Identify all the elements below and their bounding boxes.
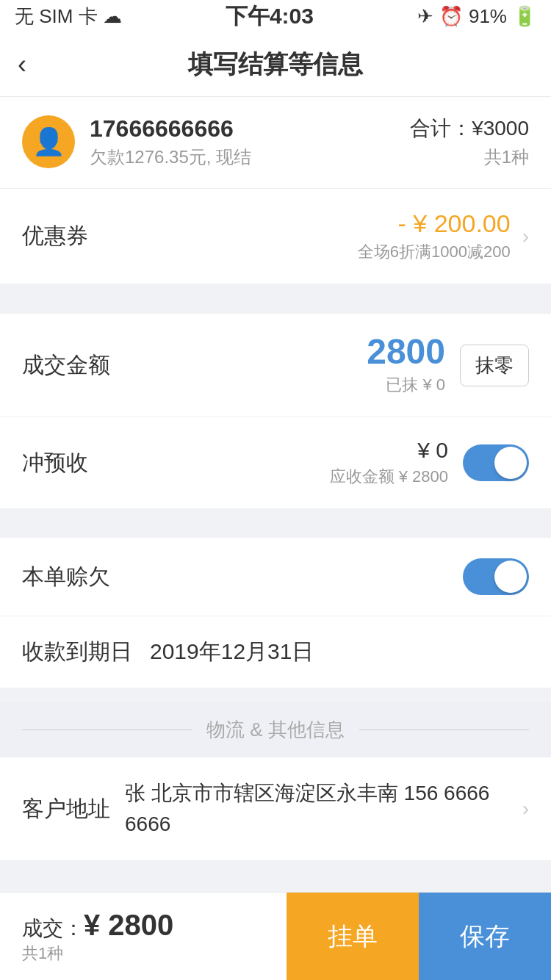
charge-right: ¥ 0 应收金额 ¥ 2800 <box>330 438 529 488</box>
address-row[interactable]: 客户地址 张 北京市市辖区海淀区永丰南 156 6666 6666 › <box>0 757 551 860</box>
charge-toggle[interactable] <box>463 444 529 481</box>
bottom-deal-label: 成交： <box>22 917 84 940</box>
logistics-label: 物流 & 其他信息 <box>206 717 345 743</box>
total-count: 共1种 <box>410 145 529 169</box>
credit-toggle[interactable] <box>463 558 529 595</box>
deal-amount-sub: 已抹 ¥ 0 <box>367 374 445 396</box>
content-area: 👤 17666666666 欠款1276.35元, 现结 合计：¥3000 共1… <box>0 97 551 980</box>
deal-amount-row: 成交金额 2800 已抹 ¥ 0 抹零 <box>0 313 551 417</box>
avatar: 👤 <box>22 115 75 168</box>
credit-label: 本单赊欠 <box>22 562 110 592</box>
bottom-info: 成交：¥ 2800 共1种 <box>0 909 287 965</box>
customer-info: 17666666666 欠款1276.35元, 现结 <box>90 115 251 169</box>
deal-amount-label: 成交金额 <box>22 350 110 381</box>
coupon-label: 优惠券 <box>22 221 88 251</box>
customer-row: 👤 17666666666 欠款1276.35元, 现结 合计：¥3000 共1… <box>0 97 551 187</box>
address-card[interactable]: 客户地址 张 北京市市辖区海淀区永丰南 156 6666 6666 › <box>0 757 551 860</box>
charge-amount: ¥ 0 <box>330 438 448 463</box>
credit-card: 本单赊欠 收款到期日 2019年12月31日 <box>0 538 551 688</box>
deal-amount-value-block: 2800 已抹 ¥ 0 <box>367 334 445 396</box>
status-bar: 无 SIM 卡 ☁ 下午4:03 ✈ ⏰ 91% 🔋 <box>0 0 551 32</box>
address-value: 张 北京市市辖区海淀区永丰南 156 6666 6666 <box>125 778 522 840</box>
page-title: 填写结算等信息 <box>188 48 363 82</box>
deal-amount-card: 成交金额 2800 已抹 ¥ 0 抹零 冲预收 ¥ 0 应收金额 ¥ 2800 <box>0 313 551 508</box>
customer-right: 合计：¥3000 共1种 <box>410 115 529 169</box>
alarm-icon: ⏰ <box>439 5 463 28</box>
status-right: ✈ ⏰ 91% 🔋 <box>417 5 536 28</box>
due-date-row: 收款到期日 2019年12月31日 <box>0 616 551 688</box>
back-button[interactable]: ‹ <box>18 49 26 80</box>
credit-row: 本单赊欠 <box>0 538 551 616</box>
address-label: 客户地址 <box>22 794 110 824</box>
battery-label: 91% <box>469 5 507 28</box>
logistics-section-divider: 物流 & 其他信息 <box>0 702 551 757</box>
due-date-label: 收款到期日 <box>22 637 132 667</box>
address-chevron-right-icon: › <box>522 797 529 821</box>
customer-left: 👤 17666666666 欠款1276.35元, 现结 <box>22 115 251 169</box>
save-button[interactable]: 保存 <box>419 893 551 981</box>
coupon-desc: 全场6折满1000减200 <box>358 241 511 263</box>
deal-amount-right: 2800 已抹 ¥ 0 抹零 <box>367 334 529 396</box>
sim-status: 无 SIM 卡 ☁ <box>15 4 122 29</box>
total-value: ¥3000 <box>472 117 529 140</box>
coupon-value-block: - ¥ 200.00 全场6折满1000减200 <box>358 209 511 263</box>
divider-1 <box>0 298 551 313</box>
divider-line-left <box>22 729 192 730</box>
deal-amount-number: 2800 <box>367 334 445 370</box>
total-label: 合计： <box>410 117 472 140</box>
coupon-row[interactable]: 优惠券 - ¥ 200.00 全场6折满1000减200 › <box>0 188 551 284</box>
charge-sub: 应收金额 ¥ 2800 <box>330 466 448 488</box>
hang-order-button[interactable]: 挂单 <box>287 893 419 981</box>
charge-value-block: ¥ 0 应收金额 ¥ 2800 <box>330 438 448 488</box>
location-icon: ✈ <box>417 5 433 28</box>
status-left: 无 SIM 卡 ☁ <box>15 4 122 29</box>
due-date-value: 2019年12月31日 <box>150 637 314 667</box>
bottom-deal-count: 共1种 <box>22 943 264 965</box>
bottom-deal-price: ¥ 2800 <box>84 909 173 941</box>
nav-bar: ‹ 填写结算等信息 <box>0 32 551 97</box>
status-time: 下午4:03 <box>226 1 314 32</box>
total-row: 合计：¥3000 <box>410 115 529 143</box>
customer-debt: 欠款1276.35元, 现结 <box>90 145 251 169</box>
divider-2 <box>0 523 551 538</box>
round-zero-button[interactable]: 抹零 <box>460 345 529 386</box>
charge-row: 冲预收 ¥ 0 应收金额 ¥ 2800 <box>0 417 551 508</box>
customer-card: 👤 17666666666 欠款1276.35元, 现结 合计：¥3000 共1… <box>0 97 551 284</box>
battery-icon: 🔋 <box>513 5 536 28</box>
customer-phone: 17666666666 <box>90 115 251 143</box>
bottom-deal-row: 成交：¥ 2800 <box>22 909 264 943</box>
charge-label: 冲预收 <box>22 448 88 478</box>
coupon-right: - ¥ 200.00 全场6折满1000减200 › <box>358 209 529 263</box>
bottom-bar: 成交：¥ 2800 共1种 挂单 保存 <box>0 892 551 980</box>
chevron-right-icon: › <box>522 225 529 248</box>
coupon-amount: - ¥ 200.00 <box>358 209 511 238</box>
divider-line-right <box>359 729 529 730</box>
